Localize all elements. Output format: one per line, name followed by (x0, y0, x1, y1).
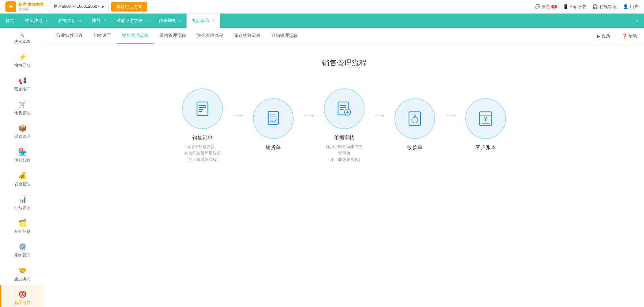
sales-order-icon (193, 99, 212, 118)
quick-nav-icon: ⚡ (18, 53, 27, 61)
sub-tab-inventory-flow[interactable]: 库存核算流程 (229, 28, 266, 44)
app-download-btn[interactable]: 📱 App下载 (563, 4, 586, 10)
video-link[interactable]: ▶ 视频 (597, 33, 610, 39)
close-icon[interactable]: × (179, 19, 181, 23)
close-all-tabs-btn[interactable]: × (629, 17, 644, 24)
user-avatar-btn[interactable]: 👤 用户 (623, 4, 639, 10)
flow-node-sales-invoice: 销货单 (243, 98, 304, 154)
flow-desc-sales-order: 适用于分批发货、有合同发货周期较长（注：非必要流程） (184, 144, 221, 163)
sidebar-item-basic-info[interactable]: 🗂️ 基础信息 (0, 214, 44, 238)
nav-tab-account[interactable]: 账号 × (86, 14, 111, 28)
marketing-promo-icon: 📢 (18, 77, 27, 85)
sidebar-item-label-fund-mgmt: 资金管理 (14, 181, 31, 187)
sidebar-item-inventory[interactable]: 🏪 库存核算 (0, 143, 44, 167)
flow-node-doc-review: 单据审核 适用于财务审核或主管审核（注：非必要流程） (314, 88, 375, 163)
sub-tab-label-initial: 初始设置 (94, 33, 111, 38)
sidebar-item-search[interactable]: 🔍 搜索菜单 (0, 28, 44, 48)
sidebar-item-purchase-mgmt[interactable]: 📦 采购管理 (0, 119, 44, 143)
sidebar-item-marketing-promo[interactable]: 📢 营销推广 (0, 72, 44, 96)
sub-tabs-left: 行业特性设置 初始设置 销售管理流程 采购管理流程 资金管理流程 库存核算流程 (51, 28, 303, 44)
sidebar-item-new-guide[interactable]: 🎯 新手引导 (0, 285, 44, 307)
sub-tab-initial[interactable]: 初始设置 (88, 28, 117, 44)
sidebar-item-sys-mgmt[interactable]: ⚙️ 系统管理 (0, 238, 44, 262)
nav-tab-period[interactable]: 往来期初 × (153, 14, 187, 28)
sub-tab-sales-flow[interactable]: 销售管理流程 (117, 28, 154, 44)
user-selector-label: 用户690企业1660120507 (54, 4, 99, 9)
flow-label-doc-review: 单据审核 (334, 135, 354, 141)
nav-tab-invite[interactable]: 邀请下游客户 × (111, 14, 153, 28)
content-area: 行业特性设置 初始设置 销售管理流程 采购管理流程 资金管理流程 库存核算流程 (44, 28, 644, 307)
flow-node-customer-account: ¥ 客户账本 (455, 98, 516, 154)
close-icon[interactable]: × (145, 19, 148, 23)
sub-tabs: 行业特性设置 初始设置 销售管理流程 采购管理流程 资金管理流程 库存核算流程 (44, 28, 644, 44)
sidebar-item-label-marketing-promo: 营销推广 (14, 86, 31, 92)
message-icon: 💬 (534, 4, 540, 9)
sidebar-item-label-basic-info: 基础信息 (14, 229, 31, 234)
app-download-label: App下载 (570, 4, 586, 10)
page-title: 销售管理流程 (64, 58, 624, 68)
sub-tab-label-sales-flow: 销售管理流程 (122, 33, 149, 38)
flow-arrow-4: - - → (445, 111, 455, 140)
nav-tabs: 首页 物流快递 × 在线支付 × 账号 × 邀请下游客户 × 往来期初 × 初始… (0, 14, 644, 28)
experience-btn[interactable]: 体验行业方案 (111, 2, 147, 12)
period-tab-label: 往来期初 (159, 18, 176, 24)
flow-circle-sales-order (182, 88, 223, 129)
sub-tab-label-inventory-flow: 库存核算流程 (234, 33, 260, 38)
sub-tab-fund-flow[interactable]: 资金管理流程 (191, 28, 229, 44)
close-icon[interactable]: × (79, 19, 81, 23)
close-icon[interactable]: × (45, 19, 47, 23)
close-icon[interactable]: × (212, 19, 214, 23)
nav-tab-payment[interactable]: 在线支付 × (53, 14, 86, 28)
sub-tab-label-marketing-flow: 营销管理流程 (271, 33, 298, 38)
home-tab-label: 首页 (5, 18, 14, 24)
video-label: 视频 (601, 33, 610, 39)
sales-mgmt-icon: 🛒 (18, 100, 27, 108)
sidebar-item-operations[interactable]: 📊 经营管理 (0, 190, 44, 214)
sub-tab-label-industry: 行业特性设置 (56, 33, 83, 38)
nav-tab-home[interactable]: 首页 (0, 14, 20, 28)
page-content: 销售管理流程 销售订单 适用于分批发货、有合同 (44, 44, 644, 307)
svg-text:¥: ¥ (413, 114, 416, 119)
customer-account-icon: ¥ (476, 109, 495, 128)
sys-mgmt-icon: ⚙️ (18, 243, 27, 251)
flow-diagram: 销售订单 适用于分批发货、有合同发货周期较长（注：非必要流程） - - → (64, 88, 624, 163)
receipt-icon: ¥ (405, 109, 424, 128)
flow-label-sales-invoice: 销货单 (266, 144, 281, 151)
online-service-label: 在线客服 (599, 4, 617, 10)
message-btn[interactable]: 💬 消息 6 (534, 4, 557, 10)
nav-tab-init-settings[interactable]: 初始设置 × (187, 14, 220, 28)
sidebar-item-label-purchase-mgmt: 采购管理 (14, 134, 31, 140)
purchase-mgmt-icon: 📦 (18, 124, 27, 132)
sub-tab-marketing-flow[interactable]: 营销管理流程 (266, 28, 303, 44)
flow-label-sales-order: 销售订单 (192, 135, 213, 141)
sidebar-item-label-enterprise-coop: 企业协同 (14, 276, 31, 282)
sidebar-item-quick-nav[interactable]: ⚡ 快捷导航 (0, 48, 44, 72)
sidebar-item-enterprise-coop[interactable]: 🤝 企业协同 (0, 262, 44, 285)
doc-review-icon (335, 99, 354, 118)
flow-arrow-1: - - → (233, 111, 243, 140)
enterprise-coop-icon: 🤝 (18, 266, 27, 274)
nav-tab-logistics[interactable]: 物流快递 × (20, 14, 53, 28)
sales-invoice-icon (264, 109, 283, 128)
sidebar-item-label-search: 搜索菜单 (14, 39, 30, 45)
invite-tab-label: 邀请下游客户 (116, 18, 143, 24)
sidebar: 🔍 搜索菜单 ⚡ 快捷导航 📢 营销推广 🛒 销售管理 📦 采购管理 🏪 库存核… (0, 28, 44, 307)
sub-tab-purchase-flow[interactable]: 采购管理流程 (154, 28, 191, 44)
sidebar-item-label-quick-nav: 快捷导航 (14, 63, 31, 68)
sidebar-item-fund-mgmt[interactable]: 💰 资金管理 (0, 167, 44, 190)
close-icon[interactable]: × (103, 19, 105, 23)
flow-circle-doc-review (324, 88, 365, 129)
sub-tab-industry[interactable]: 行业特性设置 (51, 28, 88, 44)
sidebar-item-label-inventory: 库存核算 (14, 158, 31, 163)
sub-tabs-right: ▶ 视频 | ❓ 帮助 (597, 33, 637, 39)
online-service-btn[interactable]: 🎧 在线客服 (592, 4, 617, 10)
video-icon: ▶ (597, 34, 600, 39)
flow-arrow-3: - - → (375, 111, 385, 140)
svg-text:¥: ¥ (484, 116, 487, 122)
help-link[interactable]: ❓ 帮助 (622, 33, 637, 39)
fund-mgmt-icon: 💰 (18, 171, 27, 180)
new-guide-icon: 🎯 (18, 290, 27, 298)
user-selector[interactable]: 用户690企业1660120507 ▼ (50, 2, 109, 11)
sidebar-item-sales-mgmt[interactable]: 🛒 销售管理 (0, 96, 44, 119)
app-name: 畅库·做好生意 标准版 (18, 2, 44, 11)
